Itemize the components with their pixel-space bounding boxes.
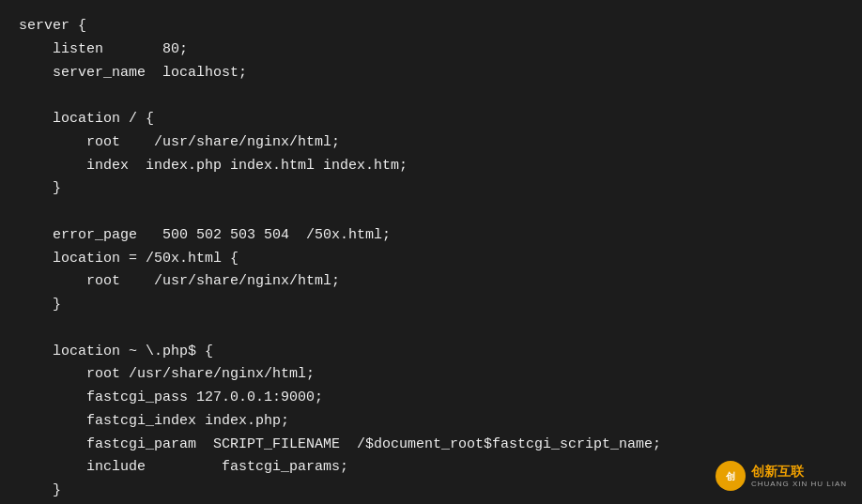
code-line: location = /50x.html { [19,251,239,267]
code-line: include fastcgi_params; [19,459,348,475]
code-line: fastcgi_pass 127.0.0.1:9000; [19,389,323,405]
code-line: fastcgi_param SCRIPT_FILENAME /$document… [19,436,661,452]
code-line: root /usr/share/nginx/html; [19,134,340,150]
code-block: server { listen 80; server_name localhos… [19,15,843,504]
code-line: location / { [19,111,154,127]
code-line: fastcgi_index index.php; [19,413,289,429]
code-line [19,204,27,220]
code-line [19,320,27,336]
code-line: server { [19,18,86,34]
watermark-logo: 创 [716,461,746,491]
code-line: root /usr/share/nginx/html; [19,273,340,289]
svg-text:创: 创 [725,471,735,481]
code-line: server_name localhost; [19,65,247,81]
watermark: 创 创新互联 CHUANG XIN HU LIAN [716,461,847,491]
code-line: } [19,297,61,313]
code-line: error_page 500 502 503 504 /50x.html; [19,227,391,243]
code-line: root /usr/share/nginx/html; [19,366,315,382]
watermark-cn-label: 创新互联 [751,464,804,480]
code-line: location ~ \.php$ { [19,344,213,359]
code-container: server { listen 80; server_name localhos… [0,0,862,504]
code-line [19,87,27,103]
watermark-pinyin-label: CHUANG XIN HU LIAN [751,480,847,488]
code-line: listen 80; [19,41,188,57]
watermark-text-block: 创新互联 CHUANG XIN HU LIAN [751,464,847,488]
code-line: } [19,482,61,498]
code-line: index index.php index.html index.htm; [19,158,408,174]
code-line: } [19,180,61,196]
brand-icon: 创 [720,466,741,486]
